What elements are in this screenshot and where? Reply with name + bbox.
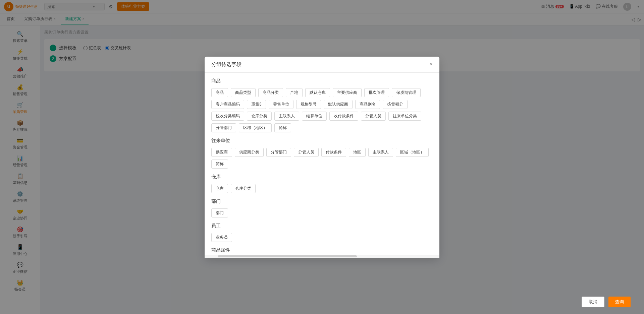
tag-goods-6[interactable]: 批次管理: [364, 88, 389, 97]
tag-goods-3[interactable]: 产地: [286, 88, 303, 97]
tag-goods-14[interactable]: 拣货积分: [383, 100, 408, 109]
tag-partner-5[interactable]: 地区: [349, 148, 366, 157]
tag-goods-16[interactable]: 仓库分类: [247, 112, 272, 121]
tag-partner-3[interactable]: 分管人员: [294, 148, 319, 157]
dept-tag-grid: 部门: [211, 208, 433, 217]
tag-goods-19[interactable]: 收付款条件: [329, 112, 358, 121]
cancel-button[interactable]: 取消: [582, 297, 604, 307]
tag-partner-2[interactable]: 分管部门: [266, 148, 291, 157]
tag-partner-6[interactable]: 主联系人: [368, 148, 393, 157]
tag-goods-12[interactable]: 默认供应商: [324, 100, 353, 109]
modal-hscroll-thumb: [218, 255, 357, 257]
warehouse-tag-grid: 仓库 仓库分类: [211, 184, 433, 193]
confirm-button[interactable]: 查询: [608, 297, 631, 307]
tag-partner-1[interactable]: 供应商分类: [235, 148, 264, 157]
tag-goods-4[interactable]: 默认仓库: [305, 88, 330, 97]
tag-goods-1[interactable]: 商品类型: [231, 88, 256, 97]
tag-warehouse-0[interactable]: 仓库: [211, 184, 228, 193]
tag-goods-18[interactable]: 结算单位: [302, 112, 327, 121]
tag-goods-7[interactable]: 保质期管理: [392, 88, 421, 97]
tag-goods-24[interactable]: 简称: [274, 123, 291, 132]
field-select-modal: 分组待选字段 × 商品 商品 商品类型 商品分类 产地 默认仓库 主要供应商 批…: [205, 57, 439, 258]
tag-goods-23[interactable]: 区域（地区）: [239, 123, 272, 132]
section-title-goodsattr: 商品属性: [211, 247, 433, 253]
section-title-goods: 商品: [211, 78, 433, 84]
tag-goods-11[interactable]: 规格型号: [296, 100, 321, 109]
tag-goods-15[interactable]: 税收分类编码: [211, 112, 244, 121]
tag-goods-20[interactable]: 分管人员: [361, 112, 386, 121]
tag-partner-7[interactable]: 区域（地区）: [396, 148, 429, 157]
tag-goods-10[interactable]: 零售单位: [269, 100, 293, 109]
section-title-warehouse: 仓库: [211, 174, 433, 180]
tag-partner-4[interactable]: 付款条件: [321, 148, 346, 157]
modal-body[interactable]: 商品 商品 商品类型 商品分类 产地 默认仓库 主要供应商 批次管理 保质期管理…: [205, 73, 439, 255]
modal-footer: 取消 查询: [582, 297, 631, 307]
tag-goods-21[interactable]: 往来单位分类: [388, 112, 421, 121]
section-title-partner: 往来单位: [211, 138, 433, 144]
tag-partner-8[interactable]: 简称: [211, 160, 228, 169]
goods-tag-grid: 商品 商品类型 商品分类 产地 默认仓库 主要供应商 批次管理 保质期管理 客户…: [211, 88, 433, 132]
section-title-staff: 员工: [211, 223, 433, 229]
tag-goods-2[interactable]: 商品分类: [258, 88, 283, 97]
tag-goods-8[interactable]: 客户商品编码: [211, 100, 244, 109]
tag-dept-0[interactable]: 部门: [211, 208, 228, 217]
tag-goods-13[interactable]: 商品别名: [355, 100, 380, 109]
tag-goods-0[interactable]: 商品: [211, 88, 228, 97]
partner-tag-grid: 供应商 供应商分类 分管部门 分管人员 付款条件 地区 主联系人 区域（地区） …: [211, 148, 433, 169]
modal-overlay: 分组待选字段 × 商品 商品 商品类型 商品分类 产地 默认仓库 主要供应商 批…: [0, 0, 644, 314]
tag-goods-9[interactable]: 重量3: [247, 100, 266, 109]
modal-horizontal-scrollbar[interactable]: [205, 255, 439, 257]
tag-goods-22[interactable]: 分管部门: [211, 123, 236, 132]
modal-close-button[interactable]: ×: [430, 61, 433, 67]
tag-goods-5[interactable]: 主要供应商: [333, 88, 362, 97]
tag-partner-0[interactable]: 供应商: [211, 148, 232, 157]
tag-goods-17[interactable]: 主联系人: [274, 112, 299, 121]
tag-staff-0[interactable]: 业务员: [211, 233, 232, 242]
modal-title: 分组待选字段: [211, 61, 241, 68]
staff-tag-grid: 业务员: [211, 233, 433, 242]
tag-warehouse-1[interactable]: 仓库分类: [231, 184, 256, 193]
section-title-dept: 部门: [211, 198, 433, 204]
modal-header: 分组待选字段 ×: [205, 57, 439, 73]
